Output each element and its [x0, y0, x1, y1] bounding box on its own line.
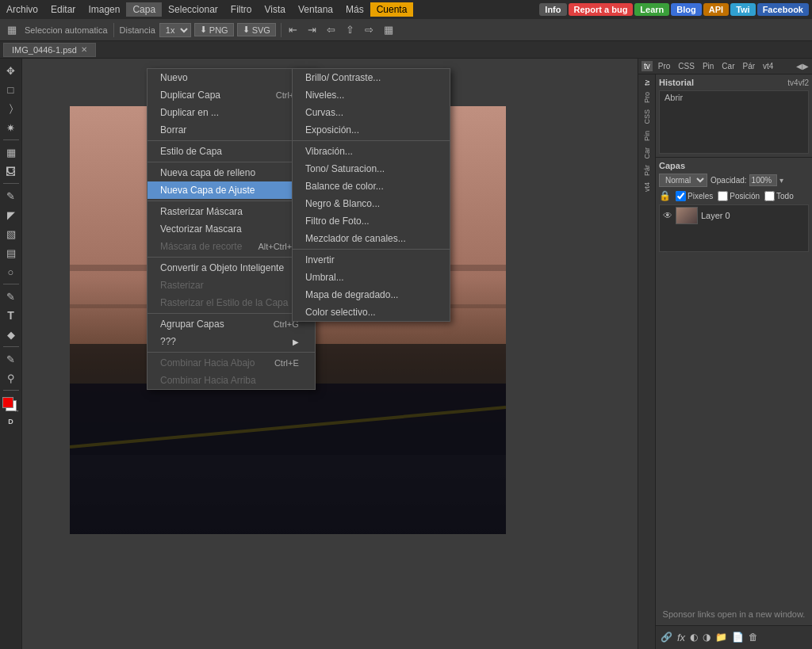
dodge-tool[interactable]: ○: [2, 263, 20, 281]
submenu-invertir[interactable]: Invertir: [293, 251, 450, 269]
distribute-icon[interactable]: ▦: [380, 21, 397, 39]
clone-tool[interactable]: ◤: [2, 206, 20, 223]
magic-wand-tool[interactable]: ✷: [2, 119, 20, 136]
folder-icon[interactable]: 📁: [715, 632, 727, 643]
opacity-input[interactable]: [749, 174, 777, 186]
adjustment-icon[interactable]: ◑: [703, 632, 710, 643]
menu-nueva-capa-relleno[interactable]: Nueva capa de relleno ▶: [147, 164, 315, 181]
rs-tab-vt4[interactable]: vt4: [642, 180, 652, 194]
layer-eye-icon[interactable]: 👁: [663, 210, 672, 221]
new-layer-icon[interactable]: 📄: [732, 632, 744, 643]
rs-tab-css[interactable]: CSS: [642, 107, 652, 127]
submenu-exposicion[interactable]: Exposición...: [293, 121, 450, 139]
rs-tab-pin[interactable]: Pin: [642, 128, 652, 143]
rp-tab-vt4[interactable]: vt4: [760, 61, 776, 71]
menu-cuenta[interactable]: Cuenta: [370, 2, 414, 17]
menu-archivo[interactable]: Archivo: [0, 2, 44, 17]
rp-tab-pro[interactable]: Pro: [656, 61, 673, 71]
rp-tab-par[interactable]: Pár: [740, 61, 757, 71]
rs-tab-pro[interactable]: Pro: [642, 90, 652, 105]
learn-button[interactable]: Learn: [634, 3, 669, 16]
posicion-checkbox[interactable]: [718, 191, 728, 201]
shape-tool[interactable]: ◆: [2, 326, 20, 343]
svg-button[interactable]: ⬇ SVG: [237, 23, 276, 36]
menu-questionmark[interactable]: ??? ▶: [147, 333, 315, 350]
lasso-tool[interactable]: 〉: [2, 100, 20, 117]
align-right-icon[interactable]: ⇦: [323, 21, 340, 39]
rs-tab-car[interactable]: Car: [642, 145, 652, 162]
layer-item-0[interactable]: 👁 Layer 0: [660, 205, 808, 226]
opacity-arrow[interactable]: ▾: [779, 176, 783, 185]
submenu-negro-blanco[interactable]: Negro & Blanco...: [293, 195, 450, 212]
eraser-tool[interactable]: ▧: [2, 225, 20, 242]
menu-mas[interactable]: Más: [339, 2, 370, 17]
report-bug-button[interactable]: Report a bug: [569, 3, 634, 16]
menu-editar[interactable]: Editar: [44, 2, 82, 17]
move-tool[interactable]: ✥: [2, 62, 20, 79]
submenu-mapa-degradado[interactable]: Mapa de degradado...: [293, 286, 450, 304]
facebook-button[interactable]: Facebook: [757, 3, 809, 16]
api-button[interactable]: API: [703, 3, 729, 16]
align-mid-icon[interactable]: ⇨: [361, 21, 378, 39]
swap-colors-icon[interactable]: ↔: [13, 407, 20, 414]
menu-seleccionar[interactable]: Seleccionar: [162, 2, 224, 17]
text-tool[interactable]: T: [2, 307, 20, 324]
submenu-brillo-contraste[interactable]: Brillo/ Contraste...: [293, 69, 450, 86]
checkbox-posicion[interactable]: Posición: [718, 191, 760, 201]
blog-button[interactable]: Blog: [671, 3, 701, 16]
submenu-niveles[interactable]: Niveles...: [293, 86, 450, 104]
menu-nueva-capa-ajuste[interactable]: Nueva Capa de Ajuste ▶: [147, 181, 315, 199]
zoom-tool[interactable]: ⚲: [2, 369, 20, 387]
brush-tool[interactable]: ✎: [2, 187, 20, 204]
submenu-balance-color[interactable]: Balance de color...: [293, 178, 450, 195]
file-tab[interactable]: IMG_0446-1.psd ✕: [3, 43, 96, 57]
menu-capa[interactable]: Capa: [126, 2, 162, 17]
menu-convertir-inteligente[interactable]: Convertir a Objeto Inteligente: [147, 259, 315, 277]
rp-tab-car[interactable]: Car: [719, 61, 737, 71]
marquee-tool[interactable]: □: [2, 81, 20, 98]
file-tab-close[interactable]: ✕: [81, 45, 87, 54]
info-button[interactable]: Info: [539, 3, 566, 16]
fx-icon[interactable]: fx: [677, 632, 685, 643]
menu-rasterizar-mascara[interactable]: Rasterizar Máscara ▶: [147, 203, 315, 220]
delete-layer-icon[interactable]: 🗑: [749, 632, 758, 643]
submenu-color-selectivo[interactable]: Color selectivo...: [293, 304, 450, 321]
menu-nuevo[interactable]: Nuevo ▶: [147, 69, 315, 86]
blend-mode-select[interactable]: Normal: [659, 174, 707, 187]
submenu-umbral[interactable]: Umbral...: [293, 269, 450, 286]
align-top-icon[interactable]: ⇧: [342, 21, 359, 39]
submenu-tono-saturacion[interactable]: Tono/ Saturacion...: [293, 160, 450, 178]
gradient-tool[interactable]: ▤: [2, 244, 20, 262]
right-panel-collapse[interactable]: ◀▶: [796, 62, 809, 71]
scale-select[interactable]: 1x2x3x: [159, 23, 191, 37]
rp-tab-css[interactable]: CSS: [676, 61, 697, 71]
menu-duplicar-capa[interactable]: Duplicar Capa Ctrl+J: [147, 86, 315, 104]
menu-vista[interactable]: Vista: [258, 2, 291, 17]
png-button[interactable]: ⬇ PNG: [194, 23, 234, 36]
eyedropper-tool[interactable]: ⛾: [2, 162, 20, 180]
menu-vectorizar-mascara[interactable]: Vectorizar Mascara ▶: [147, 220, 315, 238]
checkbox-todo[interactable]: Todo: [764, 191, 794, 201]
menu-borrar[interactable]: Borrar: [147, 121, 315, 139]
hand-tool[interactable]: ✎: [2, 350, 20, 368]
menu-estilo-capa[interactable]: Estilo de Capa ▶: [147, 143, 315, 160]
submenu-curvas[interactable]: Curvas...: [293, 104, 450, 121]
historial-item-abrir[interactable]: Abrir: [660, 91, 808, 104]
align-left-icon[interactable]: ⇤: [285, 21, 302, 39]
align-center-icon[interactable]: ⇥: [304, 21, 321, 39]
menu-imagen[interactable]: Imagen: [82, 2, 126, 17]
rs-tab-tv[interactable]: tv: [642, 78, 652, 88]
checkbox-pixeles[interactable]: Pixeles: [676, 191, 713, 201]
rp-tab-tv[interactable]: tv: [642, 61, 653, 71]
rs-tab-par[interactable]: Pár: [642, 162, 652, 178]
menu-ventana[interactable]: Ventana: [292, 2, 339, 17]
submenu-filtro-foto[interactable]: Filtro de Foto...: [293, 212, 450, 230]
submenu-mezclador-canales[interactable]: Mezclador de canales...: [293, 230, 450, 247]
submenu-vibracion[interactable]: Vibración...: [293, 143, 450, 160]
mask-icon[interactable]: ◐: [690, 632, 698, 643]
rp-tab-pin[interactable]: Pin: [700, 61, 716, 71]
foreground-color-swatch[interactable]: [2, 397, 13, 408]
quick-mask-icon[interactable]: D: [8, 418, 13, 426]
pen-tool[interactable]: ✎: [2, 288, 20, 305]
crop-tool[interactable]: ▦: [2, 143, 20, 161]
